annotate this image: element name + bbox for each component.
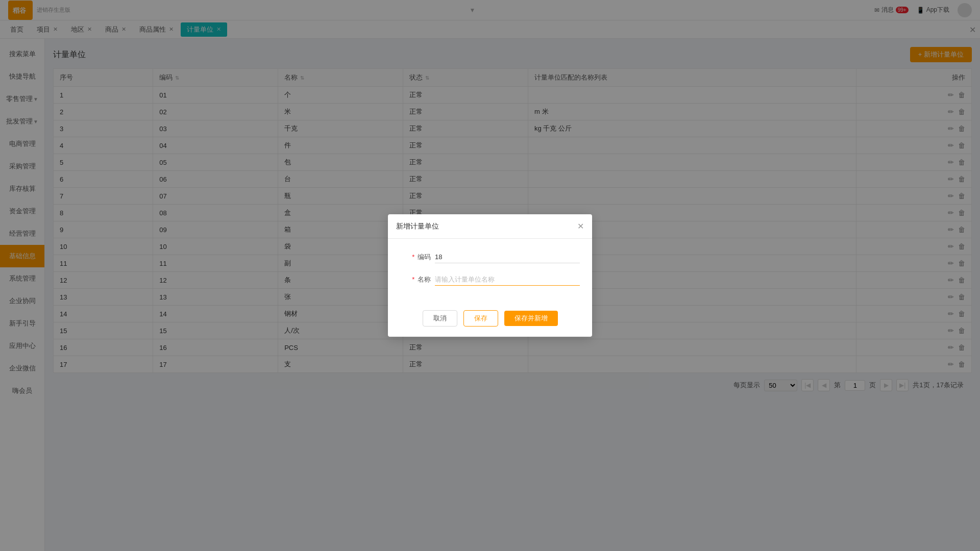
modal-header: 新增计量单位 ✕ [388, 214, 592, 239]
form-row-code: * 编码 [400, 251, 580, 263]
modal-close-btn[interactable]: ✕ [577, 221, 584, 231]
name-required-mark: * [412, 276, 414, 283]
form-row-name: * 名称 [400, 273, 580, 286]
modal-add-unit: 新增计量单位 ✕ * 编码 * 名称 取消 保存 保存并新增 [388, 214, 592, 337]
code-input[interactable] [435, 251, 580, 263]
modal-overlay[interactable]: 新增计量单位 ✕ * 编码 * 名称 取消 保存 保存并新增 [0, 0, 980, 551]
cancel-button[interactable]: 取消 [423, 310, 457, 327]
save-new-button[interactable]: 保存并新增 [504, 311, 558, 326]
form-code-label: * 编码 [400, 253, 431, 262]
modal-footer: 取消 保存 保存并新增 [388, 304, 592, 337]
form-name-label: * 名称 [400, 275, 431, 284]
modal-body: * 编码 * 名称 [388, 239, 592, 304]
name-input[interactable] [435, 273, 580, 286]
modal-title: 新增计量单位 [396, 222, 439, 231]
save-button[interactable]: 保存 [463, 310, 498, 327]
code-required-mark: * [412, 253, 414, 261]
